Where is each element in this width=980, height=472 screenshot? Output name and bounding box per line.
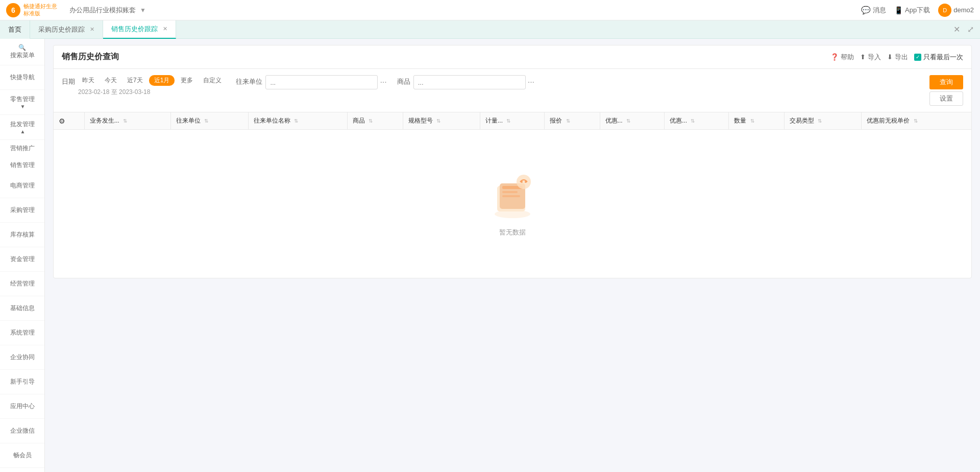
- partner-filter-group: 往来单位 ···: [236, 75, 386, 89]
- tab-maximize-icon[interactable]: ⤢: [965, 23, 976, 35]
- date-label: 日期: [62, 75, 75, 88]
- goods-input[interactable]: [413, 75, 526, 89]
- help-btn[interactable]: ❓ 帮助: [830, 53, 854, 62]
- sidebar-item-membership[interactable]: 畅会员: [0, 443, 44, 468]
- col-price: 报价 ⇅: [545, 112, 600, 130]
- date-btn-more[interactable]: 更多: [177, 75, 197, 86]
- sidebar-item-purchase[interactable]: 采购管理: [0, 198, 44, 223]
- tab-close-all-icon[interactable]: ✕: [951, 23, 962, 35]
- goods-select-icon[interactable]: ···: [528, 78, 534, 87]
- svg-point-6: [517, 175, 531, 189]
- sidebar-sub-marketing[interactable]: 营销推广: [0, 140, 44, 157]
- page-header-actions: ❓ 帮助 ⬆ 导入 ⬇ 导出 ✓ 只看最后一次: [830, 53, 963, 62]
- partner-label: 往来单位: [236, 75, 262, 88]
- goods-input-group: ···: [413, 75, 534, 89]
- empty-state: 暂无数据: [54, 130, 971, 278]
- col-unit: 计量... ⇅: [480, 112, 544, 130]
- date-filter-group: 日期 昨天 今天 近7天 近1月 更多 自定义 2023-02-18 至 202…: [62, 75, 226, 97]
- sidebar-item-wholesale[interactable]: 批发管理 ▲: [0, 115, 44, 140]
- retail-arrow-icon: ▼: [20, 104, 26, 109]
- svg-point-7: [521, 181, 523, 183]
- date-btn-yesterday[interactable]: 昨天: [78, 75, 99, 86]
- last-only-checkbox[interactable]: ✓: [914, 54, 921, 61]
- sidebar-item-basics[interactable]: 基础信息: [0, 296, 44, 321]
- top-bar: 6 畅捷通好生意 标准版 办公用品行业模拟账套 ▼ 💬 消息 📱 App下载 D…: [0, 0, 980, 20]
- last-only-checkbox-label[interactable]: ✓ 只看最后一次: [914, 53, 963, 62]
- sidebar-item-quicknav[interactable]: 快捷导航: [0, 65, 44, 90]
- export-icon: ⬇: [887, 53, 893, 61]
- sidebar-item-retail[interactable]: 零售管理 ▼: [0, 90, 44, 115]
- sidebar-item-wechat[interactable]: 企业微信: [0, 419, 44, 443]
- filter-bar: 日期 昨天 今天 近7天 近1月 更多 自定义 2023-02-18 至 202…: [54, 69, 971, 112]
- date-options: 昨天 今天 近7天 近1月 更多 自定义 2023-02-18 至 2023-0…: [78, 75, 226, 97]
- logo-icon: 6: [6, 3, 20, 17]
- tab-home[interactable]: 首页: [0, 20, 30, 39]
- col-date: 业务发生... ⇅: [84, 112, 170, 130]
- sidebar-item-ecommerce[interactable]: 电商管理: [0, 174, 44, 198]
- col-discount2: 优惠... ⇅: [665, 112, 729, 130]
- date-btn-custom[interactable]: 自定义: [199, 75, 226, 86]
- goods-filter-group: 商品 ···: [397, 75, 534, 89]
- goods-label: 商品: [397, 75, 410, 88]
- date-btn-row: 昨天 今天 近7天 近1月 更多 自定义: [78, 75, 226, 86]
- col-spec: 规格型号 ⇅: [403, 112, 480, 130]
- dropdown-icon[interactable]: ▼: [140, 7, 146, 14]
- col-qty: 数量 ⇅: [729, 112, 784, 130]
- page-header: 销售历史价查询 ❓ 帮助 ⬆ 导入 ⬇ 导出: [54, 45, 971, 69]
- setting-button[interactable]: 设置: [929, 91, 963, 106]
- app-download-btn[interactable]: 📱 App下载: [894, 6, 930, 15]
- query-button[interactable]: 查询: [929, 75, 963, 89]
- tab-sales-history[interactable]: 销售历史价跟踪 ✕: [103, 20, 176, 39]
- sidebar-item-apps[interactable]: 应用中心: [0, 394, 44, 419]
- page-panel: 销售历史价查询 ❓ 帮助 ⬆ 导入 ⬇ 导出: [53, 45, 972, 278]
- import-btn[interactable]: ⬆ 导入: [860, 53, 881, 62]
- help-icon: ❓: [830, 53, 839, 61]
- export-btn[interactable]: ⬇ 导出: [887, 53, 908, 62]
- sidebar-item-system[interactable]: 系统管理: [0, 321, 44, 345]
- col-discount1: 优惠... ⇅: [600, 112, 664, 130]
- tab-bar-actions: ✕ ⤢: [951, 23, 980, 35]
- col-partner-name: 往来单位名称 ⇅: [248, 112, 348, 130]
- partner-select-icon[interactable]: ···: [380, 78, 386, 87]
- content-area: 销售历史价查询 ❓ 帮助 ⬆ 导入 ⬇ 导出: [45, 39, 980, 472]
- sidebar-sub-salesmgmt[interactable]: 销售管理: [0, 157, 44, 174]
- top-bar-left: 6 畅捷通好生意 标准版 办公用品行业模拟账套 ▼: [6, 3, 146, 17]
- sidebar-item-finance[interactable]: 资金管理: [0, 247, 44, 272]
- page-content: 销售历史价查询 ❓ 帮助 ⬆ 导入 ⬇ 导出: [45, 39, 980, 472]
- table-header: ⚙ 业务发生... ⇅ 往来单位 ⇅ 往来单位名称 ⇅ 商品 ⇅ 规格型号 ⇅ …: [54, 112, 971, 130]
- svg-point-8: [525, 181, 527, 183]
- tab-purchase-history[interactable]: 采购历史价跟踪 ✕: [30, 20, 103, 39]
- sidebar-item-inventory[interactable]: 库存核算: [0, 223, 44, 247]
- msg-btn[interactable]: 💬 消息: [861, 6, 886, 15]
- user-area[interactable]: D demo2: [938, 4, 974, 17]
- sidebar: 🔍 搜索菜单 快捷导航 零售管理 ▼ 批发管理 ▲ 营销推广 销售管理 电商管理…: [0, 39, 45, 472]
- date-btn-today[interactable]: 今天: [101, 75, 121, 86]
- sidebar-item-guide[interactable]: 新手引导: [0, 370, 44, 394]
- filter-actions: 查询 设置: [929, 75, 963, 106]
- col-settings[interactable]: ⚙: [54, 112, 84, 130]
- download-icon: 📱: [894, 6, 903, 14]
- search-icon: 🔍: [18, 44, 26, 51]
- date-range-display: 2023-02-18 至 2023-03-18: [78, 88, 226, 97]
- sidebar-item-operations[interactable]: 经营管理: [0, 272, 44, 296]
- tab-purchase-close-icon[interactable]: ✕: [90, 26, 94, 33]
- tab-sales-close-icon[interactable]: ✕: [163, 26, 167, 32]
- partner-input-group: ···: [265, 75, 386, 89]
- date-btn-7days[interactable]: 近7天: [123, 75, 147, 86]
- col-pretax-price: 优惠前无税单价 ⇅: [862, 112, 971, 130]
- sidebar-item-search[interactable]: 🔍 搜索菜单: [0, 39, 44, 65]
- wholesale-arrow-icon: ▲: [20, 129, 26, 134]
- avatar: D: [938, 4, 951, 17]
- logo-area: 6 畅捷通好生意 标准版: [6, 3, 57, 17]
- date-btn-1month[interactable]: 近1月: [149, 75, 175, 86]
- tab-bar: 首页 采购历史价跟踪 ✕ 销售历史价跟踪 ✕ ✕ ⤢: [0, 20, 980, 39]
- top-bar-right: 💬 消息 📱 App下载 D demo2: [861, 4, 974, 17]
- main-layout: 🔍 搜索菜单 快捷导航 零售管理 ▼ 批发管理 ▲ 营销推广 销售管理 电商管理…: [0, 39, 980, 472]
- logo-text: 畅捷通好生意 标准版: [23, 3, 57, 16]
- svg-rect-5: [502, 195, 520, 197]
- partner-input[interactable]: [265, 75, 378, 89]
- sidebar-item-enterprise[interactable]: 企业协同: [0, 345, 44, 370]
- empty-text: 暂无数据: [499, 228, 526, 237]
- msg-icon: 💬: [861, 6, 871, 15]
- col-partner-code: 往来单位 ⇅: [171, 112, 248, 130]
